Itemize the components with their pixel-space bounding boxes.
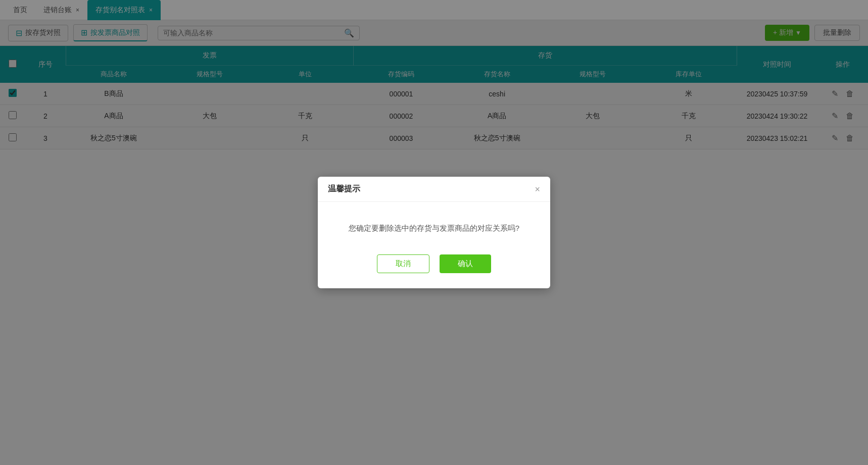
dialog-overlay: 温馨提示 × 您确定要删除选中的存货与发票商品的对应关系吗? 取消 确认 xyxy=(0,0,868,149)
